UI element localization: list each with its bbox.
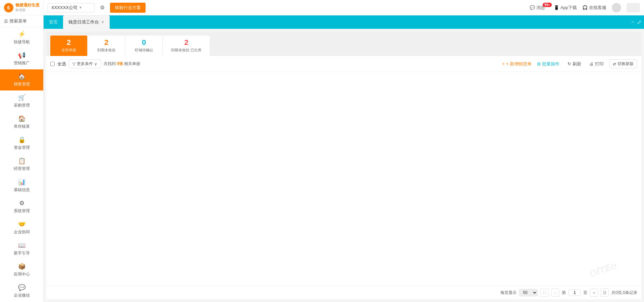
filter-button[interactable]: ▽ 更多条件 ∨: [69, 59, 101, 68]
app-download-label: App下载: [560, 5, 577, 11]
batch-operation-button[interactable]: ⊞ 批量操作: [534, 60, 562, 68]
stat-pending-label: 旺铺待确认: [135, 48, 153, 53]
refresh-label: 刷新: [573, 61, 581, 67]
sidebar-item-label: 库存核算: [14, 124, 30, 129]
add-sales-order-button[interactable]: + + 新增销货单: [502, 61, 532, 67]
sidebar-item-enterprise[interactable]: 🤝 企业协同: [0, 217, 43, 238]
sidebar-item-operation[interactable]: 📋 经营管理: [0, 154, 43, 175]
current-page-input[interactable]: [569, 289, 581, 296]
sidebar-item-label: 新手引导: [14, 250, 30, 256]
stat-tab-overdue-out[interactable]: 2 到期未收款 已出库: [163, 36, 210, 56]
app-center-icon: 📦: [18, 263, 25, 270]
refresh-button[interactable]: ↻ 刷新: [565, 60, 584, 68]
sidebar-item-quick-nav[interactable]: ⚡ 快捷导航: [0, 27, 43, 48]
header-right: 💬 消息 99 📱 App下载 🎧 在线客服: [530, 3, 640, 12]
filter-icon: ▽: [72, 62, 75, 66]
next-page-button[interactable]: ＞: [590, 289, 598, 297]
sidebar-item-app-center[interactable]: 📦 应用中心: [0, 259, 43, 281]
sidebar-item-wechat[interactable]: 💬 企业微信: [0, 281, 43, 302]
page-label: 第: [562, 290, 566, 296]
sidebar-item-label: 经营管理: [14, 166, 30, 172]
per-page-label: 每页显示: [500, 290, 517, 296]
guide-icon: 📖: [18, 242, 25, 249]
last-page-button[interactable]: ⟩⟩: [601, 289, 609, 297]
switch-label: 切换新版: [618, 61, 634, 67]
total-info: 共0页,0条记录: [611, 290, 637, 296]
sidebar-item-inventory[interactable]: 🏠 库存核算: [0, 112, 43, 133]
tab-daily-work[interactable]: 钱货日清工作台 ✕: [63, 15, 110, 29]
quick-nav-icon: ⚡: [18, 31, 25, 38]
logo-icon: 6: [4, 3, 13, 12]
stat-tab-all[interactable]: 2 全部单据: [50, 36, 87, 56]
tab-maximize-button[interactable]: ⤢: [637, 19, 641, 25]
sidebar-item-basic[interactable]: 📊 基础信息: [0, 175, 43, 196]
system-icon: ⚙: [19, 199, 24, 207]
experience-button[interactable]: 体验行业方案: [110, 3, 146, 13]
tab-minimize-button[interactable]: −: [631, 19, 634, 25]
content-area: 2 全部单据 2 到期未收款 0 旺铺待确认 2 到期未收款 已出库 全选 ▽ …: [46, 32, 641, 299]
add-btn-label: + 新增销货单: [506, 61, 532, 67]
batch-label: 批量操作: [542, 61, 559, 67]
message-badge: 99: [543, 3, 552, 7]
tab-bar: 首页 钱货日清工作台 ✕ − ⤢: [44, 15, 644, 29]
refresh-icon: ↻: [568, 61, 571, 66]
filter-label: 更多条件: [77, 61, 93, 67]
company-selector[interactable]: XXXXXX公司 ▼: [48, 3, 95, 12]
stat-overdue-out-label: 到期未收款 已出库: [171, 48, 202, 53]
sidebar-item-label: 营销推广: [14, 60, 30, 66]
sidebar-item-label: 基础信息: [14, 187, 30, 193]
select-all-checkbox[interactable]: [50, 62, 55, 66]
print-button[interactable]: 🖨 打印: [587, 60, 606, 68]
found-text: 共找到 0张 相关单据: [104, 61, 140, 67]
main-content: 2 全部单据 2 到期未收款 0 旺铺待确认 2 到期未收款 已出库 全选 ▽ …: [44, 29, 644, 302]
sidebar-item-marketing[interactable]: 📢 营销推广: [0, 48, 43, 69]
sidebar-item-label: 资金管理: [14, 145, 30, 150]
sidebar-item-finance[interactable]: 🔒 资金管理: [0, 133, 43, 154]
stat-overdue-out-number: 2: [184, 38, 188, 47]
sidebar-item-label: 销售管理: [14, 81, 30, 87]
sidebar-item-guide[interactable]: 📖 新手引导: [0, 238, 43, 259]
tab-home-label: 首页: [49, 19, 58, 25]
tab-home[interactable]: 首页: [44, 15, 63, 29]
marketing-icon: 📢: [18, 52, 25, 59]
sidebar: 6 畅捷通好生意 标准版 ☰ 搜索菜单 ⚡ 快捷导航 📢 营销推广 🏠 销售管理: [0, 0, 44, 302]
stat-pending-number: 0: [142, 38, 146, 47]
sidebar-nav: ☰ 搜索菜单 ⚡ 快捷导航 📢 营销推广 🏠 销售管理 🛒 采购管理 🏠 库存核…: [0, 15, 43, 302]
sidebar-item-purchase[interactable]: 🛒 采购管理: [0, 90, 43, 112]
tab-close-icon[interactable]: ✕: [101, 20, 104, 24]
toolbar: 全选 ▽ 更多条件 ∨ 共找到 0张 相关单据 + + 新增销货单 ⊞ 批量操作: [46, 56, 641, 72]
online-service-button[interactable]: 🎧 在线客服: [582, 5, 606, 11]
company-name: XXXXXX公司: [51, 5, 77, 11]
app-edition: 标准版: [15, 8, 40, 12]
stat-tab-overdue[interactable]: 2 到期未收款: [88, 36, 125, 56]
per-page-select[interactable]: 50 100: [519, 289, 538, 296]
operation-icon: 📋: [18, 157, 25, 165]
prev-page-button[interactable]: ＜: [551, 289, 559, 297]
pagination-bar: 每页显示 50 100 ⟨⟨ ＜ 第 页 ＞ ⟩⟩ 共0页,0条记录: [46, 286, 641, 299]
purchase-icon: 🛒: [18, 94, 25, 101]
chevron-down-icon: ▼: [79, 6, 82, 9]
inventory-icon: 🏠: [18, 115, 25, 122]
stat-all-number: 2: [67, 38, 71, 47]
sidebar-item-system[interactable]: ⚙ 系统管理: [0, 196, 43, 217]
batch-icon: ⊞: [537, 61, 541, 66]
header-actions: ⚙ 体验行业方案: [97, 3, 146, 13]
message-button[interactable]: 💬 消息 99: [530, 5, 548, 11]
switch-version-button[interactable]: ⇄ 切换新版: [609, 59, 637, 68]
sidebar-item-search-menu[interactable]: ☰ 搜索菜单: [0, 15, 43, 27]
stat-overdue-label: 到期未收款: [97, 48, 116, 53]
sidebar-item-label: 采购管理: [14, 103, 30, 108]
print-icon: 🖨: [589, 61, 594, 66]
online-service-label: 在线客服: [589, 5, 606, 11]
first-page-button[interactable]: ⟨⟨: [540, 289, 548, 297]
settings-button[interactable]: ⚙: [97, 3, 107, 13]
app-download-button[interactable]: 📱 App下载: [554, 5, 577, 11]
tab-daily-work-label: 钱货日清工作台: [68, 19, 99, 25]
sidebar-item-sales[interactable]: 🏠 销售管理: [0, 69, 43, 90]
stat-tab-pending[interactable]: 0 旺铺待确认: [125, 36, 162, 56]
sales-icon: 🏠: [18, 73, 25, 80]
tab-bar-actions: − ⤢: [631, 19, 644, 25]
avatar[interactable]: [612, 3, 621, 12]
stat-all-label: 全部单据: [61, 48, 76, 53]
stat-overdue-number: 2: [104, 38, 108, 47]
